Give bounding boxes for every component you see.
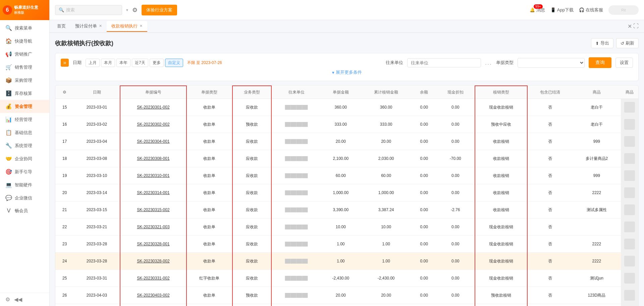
table-cell[interactable]: SK-20230321-003 [120, 219, 187, 236]
sidebar-item-quicknav[interactable]: 🏠 快捷导航 [0, 35, 49, 48]
sidebar-item-hardware[interactable]: 💻 智能硬件 [0, 178, 49, 191]
counterpart-label: 往来单位 [386, 60, 403, 66]
table-cell[interactable]: SK-20230331-002 [120, 270, 187, 287]
table-cell[interactable]: SK-20230403-002 [120, 287, 187, 304]
more-date-btn[interactable]: 更多 [150, 59, 164, 67]
topbar-gear-icon[interactable]: ⚙ [132, 6, 138, 14]
sidebar-item-operations[interactable]: 📊 经营管理 [0, 113, 49, 126]
app-download-link[interactable]: 📱 App下载 [550, 7, 574, 13]
tab-home[interactable]: 首页 [52, 21, 70, 32]
table-cell: ████████ [271, 219, 321, 236]
tab-prepay[interactable]: 预计应付单 ✕ [70, 21, 107, 32]
date-range-text: 不限 至 2023-07-26 [187, 60, 222, 66]
col-counterpart: 往来单位 [271, 86, 321, 99]
table-cell[interactable]: SK-20230308-001 [120, 150, 187, 167]
table-cell: 否 [527, 219, 573, 236]
table-cell: 0.00 [436, 99, 475, 116]
sidebar-item-sales[interactable]: 🛒 销售管理 [0, 61, 49, 74]
table-cell: 0.00 [412, 150, 436, 167]
this-month-btn[interactable]: 本月 [101, 59, 115, 67]
col-settings[interactable]: ⚙ [55, 86, 74, 99]
table-cell [621, 219, 638, 236]
table-cell: ████████ [271, 184, 321, 201]
table-cell[interactable]: SK-20230302-002 [120, 116, 187, 133]
settings-icon[interactable]: ⚙ [5, 296, 10, 303]
table-cell[interactable]: SK-20230304-001 [120, 133, 187, 150]
filter-toggle-button[interactable]: » [61, 59, 69, 67]
table-cell: 2023-04-03 [74, 287, 120, 304]
sidebar-item-wechat[interactable]: 💬 企业微信 [0, 191, 49, 204]
sidebar-item-vip[interactable]: V 畅会员 [0, 204, 49, 217]
sidebar: 6 畅康道好生意 标推版 🔍 搜索菜单 🏠 快捷导航 📢 营销推广 🛒 销售管理… [0, 0, 50, 306]
sidebar-item-collab[interactable]: 🤝 企业协同 [0, 152, 49, 165]
refresh-button[interactable]: ↺ 刷新 [616, 38, 639, 48]
bill-type-label: 单据类型 [496, 60, 514, 66]
sidebar-item-guide[interactable]: 🎯 新手引导 [0, 165, 49, 178]
filter-bar: » 日期 上月 本月 本年 近7天 更多 自定义 不限 至 2023-07-26… [55, 53, 639, 81]
logo-icon: 6 [3, 5, 12, 15]
sidebar-item-basic[interactable]: 📋 基础信息 [0, 126, 49, 139]
table-cell: 21 [55, 201, 74, 219]
last-month-btn[interactable]: 上月 [86, 59, 100, 67]
table-cell: 现金收款核销 [475, 253, 527, 270]
sidebar-item-marketing[interactable]: 📢 营销推广 [0, 48, 49, 61]
table-scroll[interactable]: ⚙ 日期 单据编号 单据类型 业务类型 往来单位 单据金额 累计核销金额 余额 … [55, 85, 638, 306]
table-cell [621, 99, 638, 116]
close-all-icon[interactable]: ✕ [628, 23, 632, 29]
table-cell: 否 [527, 201, 573, 219]
counterpart-input[interactable] [407, 58, 481, 67]
table-cell: ████████ [271, 133, 321, 150]
table-cell[interactable]: SK-20230314-001 [120, 184, 187, 201]
topbar-search[interactable]: 🔍 搜索 [55, 5, 122, 15]
table-cell: 24 [55, 253, 74, 270]
sidebar-item-search[interactable]: 🔍 搜索菜单 [0, 21, 49, 35]
table-cell: 现金收款核销 [475, 270, 527, 287]
table-cell: 收款单 [186, 116, 232, 133]
table-cell: 收款单 [186, 304, 232, 306]
table-cell: 否 [527, 270, 573, 287]
table-cell: 应收款 [232, 304, 271, 306]
solution-button[interactable]: 体验行业方案 [142, 5, 177, 15]
topbar-chevron-icon[interactable]: ▾ [126, 8, 128, 12]
table-cell: 0.00 [436, 116, 475, 133]
table-cell[interactable]: SK-20230310-001 [120, 167, 187, 184]
sidebar-item-finance[interactable]: 💰 资金管理 [0, 100, 49, 113]
table-cell: 2023-03-21 [74, 219, 120, 236]
table-cell[interactable]: SK-20230301-002 [120, 99, 187, 116]
tab-collection[interactable]: 收款核销执行 ✕ [107, 21, 147, 32]
target-icon: 🎯 [5, 169, 12, 175]
table-cell: ████████ [271, 287, 321, 304]
expand-icon[interactable]: ⛶ [633, 23, 639, 29]
table-cell: 否 [527, 236, 573, 253]
table-cell: 0.00 [412, 116, 436, 133]
query-button[interactable]: 查询 [589, 57, 611, 68]
sidebar-item-inventory[interactable]: 🗄️ 库存核算 [0, 87, 49, 100]
table-cell[interactable]: SK-20230408-001 [120, 304, 187, 306]
sidebar-item-label: 畅会员 [15, 208, 28, 214]
online-service-link[interactable]: 🎧 在线客服 [579, 7, 603, 13]
bill-type-select[interactable] [518, 58, 585, 68]
table-cell [621, 304, 638, 306]
sidebar-item-system[interactable]: 🔧 系统管理 [0, 139, 49, 152]
table-cell: -2,430.00 [321, 270, 361, 287]
settings-button[interactable]: 设置 [615, 58, 633, 68]
sidebar-item-label: 库存核算 [15, 90, 32, 97]
sidebar-item-purchase[interactable]: 📦 采购管理 [0, 74, 49, 87]
last-7-days-btn[interactable]: 近7天 [132, 59, 148, 67]
table-cell: 否 [527, 150, 573, 167]
wrench-icon: 🔧 [5, 142, 12, 149]
user-avatar[interactable]: Rit [608, 5, 639, 15]
table-cell[interactable]: SK-20230328-001 [120, 236, 187, 253]
tab-collection-close[interactable]: ✕ [140, 24, 143, 28]
collapse-icon[interactable]: ◀◀ [14, 296, 22, 303]
expand-more-row[interactable]: ▾ 展开更多条件 [61, 68, 633, 77]
message-button[interactable]: 🔔 消息 99+ [530, 7, 545, 13]
table-cell: 0.00 [436, 219, 475, 236]
sidebar-item-label: 新手引导 [15, 169, 32, 175]
this-year-btn[interactable]: 本年 [116, 59, 130, 67]
export-button[interactable]: ⬆ 导出 [591, 38, 613, 48]
tab-prepay-close[interactable]: ✕ [99, 24, 102, 28]
custom-date-btn[interactable]: 自定义 [165, 59, 183, 67]
table-cell[interactable]: SK-20230315-002 [120, 201, 187, 219]
table-cell[interactable]: SK-20230328-002 [120, 253, 187, 270]
